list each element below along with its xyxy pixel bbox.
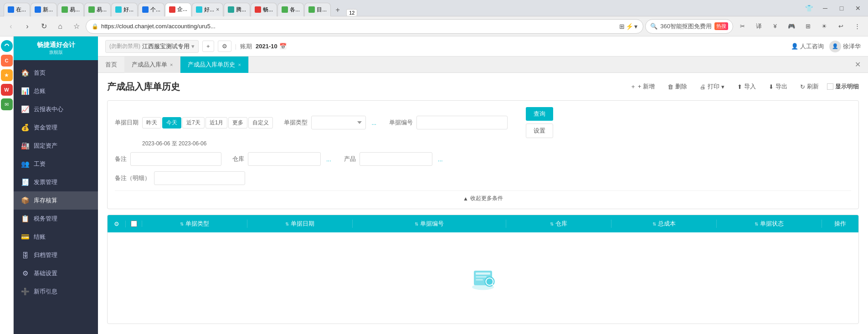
breadcrumb-home[interactable]: 首页	[98, 61, 124, 69]
sidebar-item-new[interactable]: ➕ 新币引息	[14, 283, 98, 301]
page-tab-history[interactable]: 产成品入库单历史 ×	[180, 57, 248, 73]
sidebar-label-reports: 云报表中心	[34, 105, 63, 113]
date-custom-button[interactable]: 自定义	[248, 117, 273, 128]
th-settings[interactable]: ⚙	[108, 221, 126, 227]
date-today-button[interactable]: 今天	[162, 117, 181, 128]
filter-product-input[interactable]	[360, 152, 432, 166]
date-yesterday-button[interactable]: 昨天	[142, 117, 161, 128]
browser-tab-2[interactable]: 新...	[31, 3, 57, 16]
collapse-button[interactable]: ▲ 收起更多条件	[115, 190, 851, 202]
add-company-button[interactable]: +	[202, 41, 214, 52]
address-bar[interactable]: 🔒 https://cloud.chanjet.com/accounting/u…	[86, 19, 643, 34]
show-columns-checkbox[interactable]	[827, 83, 833, 90]
date-7days-button[interactable]: 近7天	[182, 117, 205, 128]
sidebar-item-ledger[interactable]: 📊 总账	[14, 82, 98, 100]
query-button[interactable]: 查询	[526, 107, 553, 121]
side-icon-1[interactable]: C	[1, 55, 13, 67]
side-icon-2[interactable]: ★	[1, 69, 13, 81]
browser-tab-4[interactable]: 易...	[84, 3, 111, 16]
th-date[interactable]: ⇅ 单据日期	[247, 220, 353, 228]
browser-tab-9[interactable]: 腾...	[224, 3, 250, 16]
date-more-button[interactable]: 更多	[228, 117, 247, 128]
browser-tab-6[interactable]: 个...	[138, 3, 164, 16]
page-tab-list[interactable]: 产成品入库单 ×	[124, 57, 180, 73]
nav-home-button[interactable]: ⌂	[53, 19, 67, 34]
company-settings-button[interactable]: ⚙	[218, 41, 231, 52]
th-warehouse[interactable]: ⇅ 仓库	[506, 220, 611, 228]
sidebar-item-fixed[interactable]: 🏭 固定资产	[14, 137, 98, 155]
toolbar-more-icon[interactable]: ⋮	[850, 19, 864, 34]
filter-warehouse-input[interactable]	[248, 152, 321, 166]
th-cost[interactable]: ⇅ 总成本	[611, 220, 717, 228]
add-button[interactable]: ＋ + 新增	[626, 80, 659, 93]
toolbar-search-box[interactable]: 🔍 360智能抠图免费用 热搜	[645, 19, 733, 34]
sidebar-item-wages[interactable]: 👥 工资	[14, 155, 98, 173]
app-logo-icon[interactable]	[1, 40, 13, 52]
sidebar-item-basic[interactable]: ⚙ 基础设置	[14, 264, 98, 283]
sidebar-item-checkout[interactable]: 💳 结账	[14, 228, 98, 246]
brightness-icon[interactable]: ☀	[817, 19, 832, 34]
ai-service-button[interactable]: 👤 人工咨询	[791, 42, 824, 51]
show-columns-toggle[interactable]: 显示明细	[827, 82, 859, 91]
browser-tab-8[interactable]: 好... ×	[192, 3, 223, 16]
th-checkbox[interactable]	[126, 221, 142, 227]
export-button[interactable]: ⬇ 导出	[764, 80, 792, 93]
sidebar-item-invoice[interactable]: 🧾 发票管理	[14, 173, 98, 191]
sidebar-item-reports[interactable]: 📈 云报表中心	[14, 100, 98, 118]
th-status[interactable]: ⇅ 单据状态	[717, 220, 822, 228]
undo-icon[interactable]: ↩	[833, 19, 848, 34]
game-icon[interactable]: 🎮	[784, 19, 799, 34]
delete-button[interactable]: 🗑 删除	[663, 80, 692, 93]
browser-tab-3[interactable]: 易...	[57, 3, 84, 16]
th-type[interactable]: ⇅ 单据类型	[142, 220, 247, 228]
nav-forward-button[interactable]: ›	[20, 19, 35, 34]
filter-number-input[interactable]	[416, 116, 508, 129]
new-tab-button[interactable]: +	[331, 4, 344, 16]
browser-tab-1[interactable]: 在...	[4, 3, 30, 16]
company-selector[interactable]: (勿删勿禁用) 江西服宝测试专用 ▾	[105, 40, 199, 53]
nav-bookmark-button[interactable]: ☆	[69, 19, 84, 34]
currency-icon[interactable]: ¥	[768, 19, 782, 34]
side-icon-4[interactable]: ✉	[1, 98, 13, 110]
sidebar-item-home[interactable]: 🏠 首页	[14, 64, 98, 82]
titlebar-close-button[interactable]: ✕	[852, 2, 864, 15]
period-selector[interactable]: 2021-10 📅	[256, 43, 287, 50]
date-1month-button[interactable]: 近1月	[205, 117, 228, 128]
tab-close-8[interactable]: ×	[216, 6, 219, 13]
import-button[interactable]: ⬆ 导入	[733, 80, 760, 93]
browser-tab-5[interactable]: 好...	[111, 3, 138, 16]
close-panel-button[interactable]: ✕	[847, 60, 868, 69]
lightning-icon[interactable]: ⚡	[626, 23, 633, 30]
sidebar-item-funds[interactable]: 💰 资金管理	[14, 118, 98, 137]
page-tab-history-close[interactable]: ×	[238, 62, 241, 67]
apps-grid-icon[interactable]: ⊞	[801, 19, 815, 34]
chevron-down-icon[interactable]: ▾	[634, 23, 637, 30]
filter-note-detail-input[interactable]	[154, 171, 245, 185]
nav-refresh-button[interactable]: ↻	[36, 19, 51, 34]
user-profile-button[interactable]: 👤 徐泽华	[829, 41, 861, 52]
translate-icon[interactable]: 译	[751, 19, 766, 34]
browser-tab-12[interactable]: 目...	[304, 3, 331, 16]
side-icon-3[interactable]: W	[1, 84, 13, 96]
filter-type-select[interactable]	[311, 116, 366, 129]
sidebar-item-archive[interactable]: 🗄 归档管理	[14, 246, 98, 264]
refresh-button[interactable]: ↻ 刷新	[796, 80, 823, 93]
nav-back-button[interactable]: ‹	[4, 19, 18, 34]
browser-tab-7[interactable]: 企...	[165, 3, 191, 16]
grid-icon[interactable]: ⊞	[619, 23, 625, 30]
titlebar-shirt-icon[interactable]: 👕	[802, 2, 815, 15]
page-tab-list-close[interactable]: ×	[170, 62, 173, 67]
browser-tab-11[interactable]: 各...	[277, 3, 304, 16]
titlebar-maximize-button[interactable]: □	[835, 2, 848, 15]
browser-tab-10[interactable]: 畅...	[251, 3, 277, 16]
titlebar-minimize-button[interactable]: ─	[819, 2, 832, 15]
select-all-checkbox[interactable]	[131, 221, 137, 227]
filter-note-input[interactable]	[130, 152, 221, 166]
export-icon: ⬇	[769, 83, 774, 90]
th-number[interactable]: ⇅ 单据编号	[353, 220, 507, 228]
print-button[interactable]: 🖨 打印 ▾	[695, 80, 729, 93]
settings-button[interactable]: 设置	[526, 123, 553, 138]
scissors-icon[interactable]: ✂	[735, 19, 750, 34]
sidebar-item-tax[interactable]: 📋 税务管理	[14, 210, 98, 228]
sidebar-item-inventory[interactable]: 📦 库存核算	[14, 191, 98, 210]
